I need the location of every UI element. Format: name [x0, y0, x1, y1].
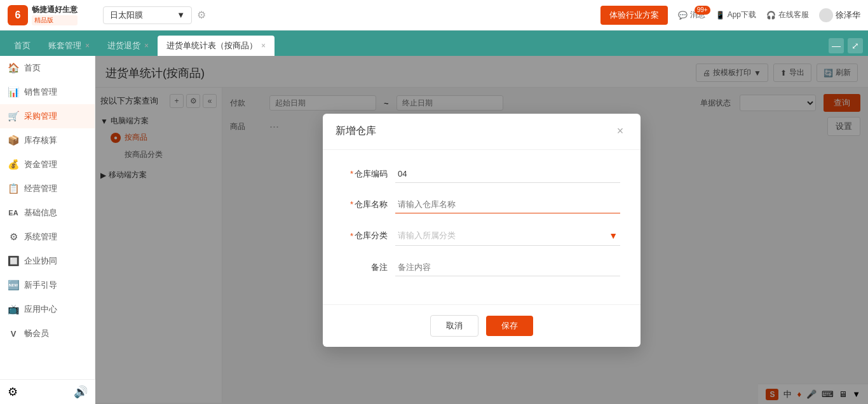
vip-icon: V — [8, 328, 19, 339]
app-icon: 📱 — [715, 11, 725, 20]
operations-icon: 📋 — [8, 183, 19, 194]
tab-purchase-stat[interactable]: 进货单统计表（按商品） × — [158, 36, 275, 56]
form-label-name: * 仓库名称 — [343, 199, 388, 210]
home-icon: 🏠 — [8, 62, 19, 74]
tab-home[interactable]: 首页 — [5, 36, 39, 56]
modal-overlay: 新增仓库 × * 仓库编码 * — [95, 56, 868, 404]
form-row-category: * 仓库分类 请输入所属分类 ▼ — [343, 226, 620, 246]
user-avatar[interactable]: 徐泽华 — [819, 8, 860, 22]
sidebar-item-finance[interactable]: 💰 资金管理 — [0, 152, 95, 177]
sidebar-item-purchase[interactable]: 🛒 采购管理 — [0, 104, 95, 128]
tab-return[interactable]: 进货退货 × — [98, 36, 158, 56]
modal-footer: 取消 保存 — [323, 304, 641, 347]
chevron-down-icon: ▼ — [177, 10, 185, 20]
topbar-actions: 体验行业方案 💬 消息 99+ 📱 App下载 🎧 在线客服 徐泽华 — [600, 6, 860, 25]
inventory-icon: 📦 — [8, 135, 19, 146]
add-warehouse-modal: 新增仓库 × * 仓库编码 * — [323, 114, 641, 347]
sidebar: 🏠 首页 📊 销售管理 🛒 采购管理 📦 库存核算 💰 资金管理 📋 经营管理 … — [0, 56, 95, 404]
cancel-btn[interactable]: 取消 — [430, 315, 478, 337]
experience-btn[interactable]: 体验行业方案 — [600, 6, 668, 25]
form-label-code: * 仓库编码 — [343, 168, 388, 180]
form-row-name: * 仓库名称 — [343, 196, 620, 213]
tab-collapse-btn[interactable]: — — [829, 38, 844, 53]
settings-bottom-icon[interactable]: ⚙ — [8, 385, 18, 399]
enterprise-icon: 🔲 — [8, 255, 19, 267]
form-label-category: * 仓库分类 — [343, 230, 388, 241]
basic-info-icon: EA — [8, 207, 19, 219]
sidebar-bottom: ⚙ 🔊 — [0, 379, 95, 404]
logo-text: 畅捷通好生意 精品版 — [32, 4, 78, 25]
tab-close-return[interactable]: × — [144, 41, 149, 50]
headset-icon: 🎧 — [766, 11, 776, 20]
guide-icon: 🆕 — [8, 279, 19, 291]
sidebar-item-app-center[interactable]: 📺 应用中心 — [0, 297, 95, 321]
logo-area: 6 畅捷通好生意 精品版 — [8, 4, 103, 25]
app-download-btn[interactable]: 📱 App下载 — [715, 10, 756, 20]
logo-icon: 6 — [8, 5, 28, 25]
sidebar-item-inventory[interactable]: 📦 库存核算 — [0, 128, 95, 152]
settings-icon[interactable]: ⚙ — [197, 9, 206, 21]
sidebar-item-sales[interactable]: 📊 销售管理 — [0, 80, 95, 104]
warehouse-category-select[interactable]: 请输入所属分类 ▼ — [395, 226, 620, 246]
tabbar-controls: — ⤢ — [829, 38, 863, 56]
service-btn[interactable]: 🎧 在线客服 — [766, 10, 809, 20]
form-row-remark: 备注 — [343, 259, 620, 276]
sidebar-item-operations[interactable]: 📋 经营管理 — [0, 177, 95, 201]
sidebar-item-home[interactable]: 🏠 首页 — [0, 56, 95, 80]
content-area: 进货单统计(按商品) 🖨 按模板打印 ▼ ⬆ 导出 🔄 刷新 — [95, 56, 868, 404]
tab-expand-btn[interactable]: ⤢ — [848, 38, 863, 53]
sales-icon: 📊 — [8, 86, 19, 98]
warehouse-code-input[interactable] — [395, 165, 620, 183]
modal-header: 新增仓库 × — [323, 114, 641, 150]
system-icon: ⚙ — [8, 231, 19, 243]
topbar: 6 畅捷通好生意 精品版 日太阳膜 ▼ ⚙ 体验行业方案 💬 消息 99+ 📱 … — [0, 0, 868, 30]
tab-account[interactable]: 账套管理 × — [39, 36, 98, 56]
main-layout: 🏠 首页 📊 销售管理 🛒 采购管理 📦 库存核算 💰 资金管理 📋 经营管理 … — [0, 56, 868, 404]
modal-body: * 仓库编码 * 仓库名称 — [323, 150, 641, 304]
sidebar-item-system[interactable]: ⚙ 系统管理 — [0, 225, 95, 249]
tab-close-purchase[interactable]: × — [261, 41, 266, 50]
modal-title: 新增仓库 — [336, 125, 376, 138]
sidebar-item-basic-info[interactable]: EA 基础信息 — [0, 201, 95, 225]
select-arrow-icon: ▼ — [609, 231, 618, 241]
warehouse-remark-input[interactable] — [395, 259, 620, 276]
message-icon: 💬 — [678, 11, 688, 20]
finance-icon: 💰 — [8, 159, 19, 170]
form-row-code: * 仓库编码 — [343, 165, 620, 183]
warehouse-name-input[interactable] — [395, 196, 620, 213]
volume-icon[interactable]: 🔊 — [74, 385, 88, 399]
purchase-icon: 🛒 — [8, 111, 19, 122]
app-center-icon: 📺 — [8, 304, 19, 315]
tabbar: 首页 账套管理 × 进货退货 × 进货单统计表（按商品） × — ⤢ — [0, 30, 868, 56]
store-selector[interactable]: 日太阳膜 ▼ — [103, 6, 192, 24]
tab-close-account[interactable]: × — [85, 41, 90, 50]
form-label-remark: 备注 — [343, 262, 388, 273]
avatar — [819, 8, 833, 22]
save-btn[interactable]: 保存 — [486, 316, 533, 336]
modal-close-btn[interactable]: × — [613, 124, 628, 139]
sidebar-item-vip[interactable]: V 畅会员 — [0, 321, 95, 346]
sidebar-item-enterprise[interactable]: 🔲 企业协同 — [0, 249, 95, 273]
message-btn[interactable]: 💬 消息 99+ — [678, 10, 705, 20]
sidebar-item-guide[interactable]: 🆕 新手引导 — [0, 273, 95, 297]
